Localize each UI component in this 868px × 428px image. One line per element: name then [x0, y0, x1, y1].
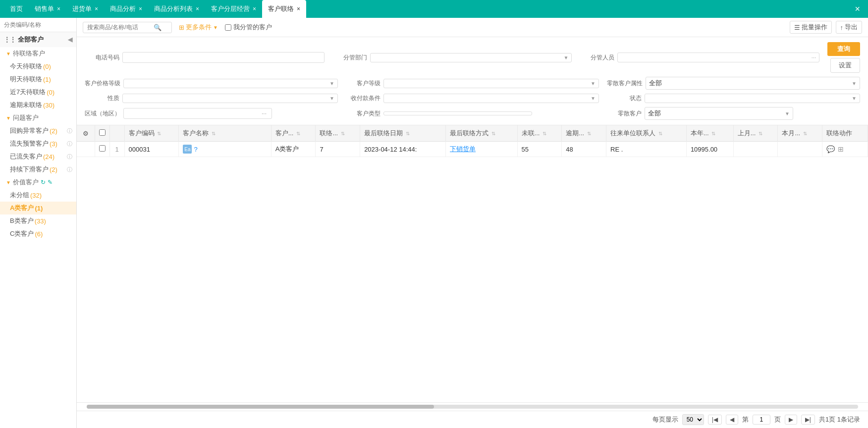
select-all-checkbox[interactable]	[99, 129, 106, 136]
filter-search-icon[interactable]: 🔍	[154, 24, 162, 31]
region-dots-icon[interactable]: ···	[260, 110, 269, 117]
sidebar-problem-group[interactable]: ▼ 问题客户	[0, 111, 76, 124]
th-last-month[interactable]: 上月... ⇅	[733, 125, 778, 142]
edit-icon[interactable]: ✎	[48, 179, 53, 186]
close-tab-product-analysis[interactable]: ×	[139, 5, 142, 12]
refresh-icon[interactable]: ↻	[41, 179, 46, 186]
sidebar-item-repurchase-anomaly[interactable]: 回购异常客户 (2) ⓘ	[0, 124, 76, 137]
nav-tab-customer-contact[interactable]: 客户联络 ×	[262, 0, 306, 18]
close-tab-purchase[interactable]: ×	[95, 5, 98, 12]
filter-row-1: 电话号码 分管部门 ▼ 分管人员 ···	[85, 42, 860, 73]
nav-home[interactable]: 首页	[4, 0, 29, 18]
sidebar-item-today[interactable]: 今天待联络 (0)	[0, 60, 76, 73]
th-checkbox[interactable]	[95, 125, 109, 142]
td-row-checkbox[interactable]	[95, 142, 109, 157]
filter-more-btn[interactable]: ⊞ 更多条件 ▼	[176, 21, 221, 33]
td-contacts: 7	[316, 142, 360, 157]
filter-phone-field: 电话号码	[85, 52, 325, 63]
export-btn[interactable]: ↑ 导出	[836, 21, 863, 34]
th-settings[interactable]: ⚙	[77, 125, 95, 142]
sidebar-item-overdue[interactable]: 逾期未联络 (30)	[0, 99, 76, 111]
customer-level-chevron-icon: ▼	[591, 81, 596, 86]
filter-region-select[interactable]: ···	[123, 108, 272, 119]
settings-btn[interactable]: 设置	[830, 58, 860, 73]
filter-customer-type-select[interactable]	[383, 111, 532, 115]
my-customers-checkbox-label[interactable]: 我分管的客户	[225, 23, 272, 32]
th-action: 联络动作	[822, 125, 868, 142]
th-this-month[interactable]: 本月... ⇅	[778, 125, 822, 142]
my-customers-checkbox[interactable]	[225, 24, 231, 31]
row-checkbox[interactable]	[99, 145, 106, 152]
sidebar-item-a-class[interactable]: A类客户 (1)	[0, 202, 76, 214]
sidebar-pending-group[interactable]: ▼ 待联络客户	[0, 47, 76, 60]
filter-payment-select[interactable]: ▼	[383, 94, 599, 103]
close-tab-customer-contact[interactable]: ×	[297, 5, 300, 12]
filter-retail-attr-select[interactable]: 全部 ▼	[646, 77, 860, 90]
nav-tab-purchase[interactable]: 进货单 ×	[66, 0, 104, 18]
filter-phone-input[interactable]	[122, 52, 325, 63]
filter-search-input[interactable]	[87, 24, 152, 31]
first-page-btn[interactable]: |◀	[708, 415, 722, 425]
query-btn[interactable]: 查询	[827, 42, 860, 56]
sidebar-all-customers[interactable]: ⋮⋮ 全部客户 ◀	[0, 32, 76, 47]
th-customer-code[interactable]: 客户编码 ⇅	[124, 125, 179, 142]
per-page-label: 每页显示	[652, 415, 678, 424]
th-last-contact-method[interactable]: 最后联络方式 ⇅	[446, 125, 518, 142]
bottom-bar: 每页显示 50 |◀ ◀ 第 页 ▶ ▶| 共1页 1条记录	[77, 411, 868, 428]
td-unit-contacts: RE .	[606, 142, 687, 157]
sidebar-item-b-class[interactable]: B类客户 (33)	[0, 214, 76, 227]
last-contact-method-link[interactable]: 下销货单	[450, 145, 476, 153]
filter-dept-select[interactable]: ▼	[370, 53, 572, 62]
gear-icon[interactable]: ⚙	[83, 130, 89, 137]
sort-icon-year: ⇅	[711, 131, 715, 136]
filter-customer-level-select[interactable]: ▼	[383, 79, 599, 88]
nav-tab-customer-tier[interactable]: 客户分层经营 ×	[205, 0, 262, 18]
filter-status-select[interactable]: ▼	[645, 94, 860, 103]
close-tab-customer-tier[interactable]: ×	[253, 5, 256, 12]
filter-payment-field: 收付款条件 ▼	[346, 94, 599, 103]
th-customer-name[interactable]: 客户名称 ⇅	[179, 125, 271, 142]
qrcode-icon[interactable]: ⊞	[838, 145, 844, 153]
filter-nature-select[interactable]: ▼	[122, 94, 338, 103]
filter-price-level-select[interactable]: ▼	[123, 79, 338, 88]
th-this-year[interactable]: 本年... ⇅	[686, 125, 733, 142]
sidebar-item-tomorrow[interactable]: 明天待联络 (1)	[0, 73, 76, 86]
sidebar-item-c-class[interactable]: C类客户 (6)	[0, 227, 76, 240]
per-page-select[interactable]: 50	[682, 414, 704, 425]
sidebar-item-churned[interactable]: 已流失客户 (24) ⓘ	[0, 150, 76, 163]
th-customer-level[interactable]: 客户... ⇅	[271, 125, 316, 142]
th-overdue[interactable]: 逾期... ⇅	[562, 125, 606, 142]
dept-chevron-icon: ▼	[563, 55, 568, 60]
sidebar-item-declining[interactable]: 持续下滑客户 (2) ⓘ	[0, 163, 76, 176]
last-page-btn[interactable]: ▶|	[801, 415, 815, 425]
filter-personnel-field: 分管人员 ···	[580, 53, 819, 62]
sidebar-item-ungrouped[interactable]: 未分组 (32)	[0, 189, 76, 202]
th-no-contact[interactable]: 未联... ⇅	[517, 125, 562, 142]
th-unit-contacts[interactable]: 往来单位联系人 ⇅	[606, 125, 687, 142]
close-all-tabs[interactable]: ×	[851, 4, 864, 14]
filter-personnel-select[interactable]: ···	[617, 53, 819, 62]
sidebar-collapse-icon[interactable]: ◀	[68, 36, 72, 43]
comment-icon[interactable]: 💬	[826, 145, 835, 153]
close-tab-product-list[interactable]: ×	[196, 5, 199, 12]
sort-icon-method: ⇅	[491, 131, 495, 136]
sidebar-search-input[interactable]	[4, 21, 77, 28]
filter-retail-customer-select[interactable]: 全部 ▼	[645, 107, 793, 120]
nav-tab-product-list[interactable]: 商品分析列表 ×	[148, 0, 205, 18]
scrollbar-thumb[interactable]	[87, 405, 434, 409]
prev-page-btn[interactable]: ◀	[726, 415, 738, 425]
close-tab-salesorder[interactable]: ×	[57, 5, 60, 12]
th-contacts[interactable]: 联络... ⇅	[316, 125, 360, 142]
sidebar-item-churn-warning[interactable]: 流失预警客户 (3) ⓘ	[0, 137, 76, 150]
page-input[interactable]	[753, 415, 770, 425]
customer-name-text[interactable]: ?	[194, 146, 197, 153]
sidebar-value-group[interactable]: ▼ 价值客户 ↻ ✎	[0, 176, 76, 189]
query-action-col: 查询 设置	[827, 42, 860, 73]
sidebar-item-7days[interactable]: 近7天待联络 (0)	[0, 86, 76, 99]
batch-ops-btn[interactable]: ☰ 批量操作	[790, 21, 832, 34]
nav-tab-product-analysis[interactable]: 商品分析 ×	[104, 0, 148, 18]
filter-nature-label: 性质	[85, 94, 119, 103]
next-page-btn[interactable]: ▶	[785, 415, 797, 425]
th-last-contact-date[interactable]: 最后联络日期 ⇅	[360, 125, 446, 142]
nav-tab-salesorder[interactable]: 销售单 ×	[29, 0, 66, 18]
